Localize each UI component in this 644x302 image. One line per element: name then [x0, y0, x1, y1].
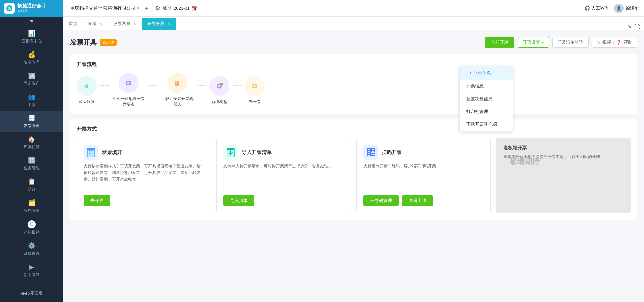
method-import-btn[interactable]: 导入清单: [223, 195, 254, 206]
svg-rect-6: [126, 81, 131, 85]
dropdown-printer-label: 打印机管理: [466, 109, 488, 114]
method-manual-icon: [84, 145, 98, 160]
sidebar-item-cloud-report[interactable]: 📊 云报表中心: [0, 26, 63, 47]
dropdown-invoice-info-label: 开票信息: [466, 83, 484, 88]
tab-close-all-icon[interactable]: ✕: [628, 24, 632, 30]
tab-bar: 首页 发票 ✕ 发票测算 ✕ 发票开具 ✕ ✕ ⛶: [63, 17, 644, 30]
page-header: 发票开具 待开通 立即开通 开票设置 ▾ 异常清单查询: [70, 37, 637, 48]
step-5: 去开票: [245, 76, 265, 105]
method-manual-desc: 支持按照发票样式手工填开发票；可开具增值税电子普通发票、增值税普通发票、增值税专…: [84, 163, 204, 190]
calendar-icon[interactable]: 📅: [192, 6, 198, 11]
settings-btn-wrapper: 开票设置 ▾: [518, 37, 549, 48]
content-area: 首页 发票 ✕ 发票测算 ✕ 发票开具 ✕ ✕ ⛶: [63, 17, 644, 302]
process-title: 开票流程: [77, 61, 631, 68]
collapse-label: 取消固定: [27, 290, 43, 296]
method-qr-btn1[interactable]: 开票码管理: [363, 195, 399, 206]
method-manual-fill: 发票填开 支持按照发票样式手工填开发票；可开具增值税电子普通发票、增值税普通发票…: [77, 138, 211, 213]
settings-icon[interactable]: ⚙: [155, 5, 160, 12]
step-1-icon: [77, 76, 97, 96]
logo-subtitle: 旗舰版: [17, 9, 46, 13]
play-icon: ▷: [597, 40, 600, 45]
method-qr-icon: [363, 145, 378, 160]
human-consult-btn[interactable]: 🎧 人工咨询: [585, 5, 609, 11]
sidebar-item-salary[interactable]: 👥 工资: [0, 90, 63, 111]
dropdown-company-info-label: 企业信息: [474, 71, 491, 76]
logo-title: 畅捷通好会计: [17, 3, 46, 9]
sidebar-item-capital[interactable]: 💰 资金管理: [0, 47, 63, 69]
sidebar-item-archive[interactable]: 🗂️ 归档管理: [0, 196, 63, 217]
dropdown-item-invoice-info[interactable]: 开票信息: [460, 80, 513, 92]
tab-invoice[interactable]: 发票 ✕: [83, 18, 108, 30]
status-badge: 待开通: [100, 39, 117, 46]
tab-invoice-close[interactable]: ✕: [99, 22, 102, 26]
step-3-label: 下载并安装开票机器人: [161, 96, 194, 107]
fixed-asset-icon: 🏢: [28, 72, 35, 79]
sidebar-item-invoice-mgmt[interactable]: 🧾 发票管理: [0, 111, 63, 132]
tab-invoice-open[interactable]: 发票开具 ✕: [142, 18, 176, 30]
step-1-label: 购买服务: [79, 99, 95, 105]
sidebar-item-fixed-asset[interactable]: 🏢 固定资产: [0, 69, 63, 90]
method-qr-title: 扫码开票: [382, 149, 402, 156]
main-area: 📊 云报表中心 💰 资金管理 🏢 固定资产 👥 工资 🧾 发票管理: [0, 17, 644, 302]
dropdown-download-label: 下载开票客户端: [466, 122, 497, 127]
help-btn[interactable]: ▷ 视频 | ❓ 帮助: [592, 37, 637, 48]
dropdown-item-company-info[interactable]: → 企业信息: [460, 66, 513, 80]
sidebar-item-inventory[interactable]: 🏠 库存核算: [0, 132, 63, 153]
username: 徐泽华: [626, 5, 639, 11]
tab-invoice-test-close[interactable]: ✕: [133, 22, 136, 26]
cloud-report-icon: 📊: [28, 30, 35, 37]
tab-invoice-open-close[interactable]: ✕: [167, 22, 170, 26]
sidebar-item-settlement[interactable]: 📋 结账: [0, 175, 63, 196]
dropdown-item-tax-disk[interactable]: 配置税盘信息: [460, 92, 513, 105]
process-section: 开票流程: [70, 54, 637, 114]
tab-home[interactable]: 首页: [63, 18, 83, 30]
xiaochang-icon: C: [28, 220, 36, 228]
method-boss-invoice: 老板端开票 查看老板端小程序提交的开票申请，并作出相应的处理。 敬请期待: [496, 138, 631, 213]
sidebar-label-archive: 归档管理: [24, 208, 40, 214]
methods-section: 开票方式: [70, 119, 637, 220]
abnormal-btn[interactable]: 异常清单查询: [552, 37, 589, 48]
tab-invoice-label: 发票: [88, 21, 97, 27]
settings-btn-label: 开票设置: [523, 39, 540, 45]
step-4-icon: 税 +: [209, 76, 229, 96]
step-5-icon: [245, 76, 265, 96]
tab-invoice-test-label: 发票测算: [113, 21, 131, 27]
page-title: 发票开具: [70, 38, 97, 47]
method-manual-btn[interactable]: 去开票: [84, 195, 110, 206]
step-4-label: 新增税盘: [211, 99, 227, 105]
boss-invoice-title: 老板端开票: [503, 145, 624, 151]
sidebar-item-settings[interactable]: ⚙️ 基础设置: [0, 239, 63, 260]
sidebar-item-tax[interactable]: 🔢 税务管理: [0, 153, 63, 175]
dropdown-item-download-client[interactable]: 下载开票客户端: [460, 118, 513, 131]
step-2: 企业开通配置开票六要素: [112, 73, 145, 107]
method-qr-btns: 开票码管理 查看申请: [363, 195, 484, 206]
tax-icon: 🔢: [28, 157, 35, 164]
page-content: 发票开具 待开通 立即开通 开票设置 ▾ 异常清单查询: [63, 30, 644, 302]
sidebar-bottom: ◀◀ 取消固定: [0, 284, 63, 302]
collapse-icon: ◀◀: [20, 291, 27, 296]
sidebar-item-guide[interactable]: ▶ 新手引导: [0, 260, 63, 281]
svg-rect-11: [176, 82, 177, 83]
activate-btn[interactable]: 立即开通: [485, 37, 514, 48]
settings-btn[interactable]: 开票设置 ▾: [518, 37, 549, 48]
dropdown-item-printer[interactable]: 打印机管理: [460, 105, 513, 118]
method-import-title: 导入开票清单: [242, 149, 272, 156]
svg-rect-33: [368, 150, 370, 151]
user-info[interactable]: 👤 徐泽华: [614, 4, 639, 13]
method-qr-btn2[interactable]: 查看申请: [402, 195, 433, 206]
methods-title: 开票方式: [77, 126, 631, 133]
company-selector[interactable]: 重庆畅捷交通信息咨询有限公司 ▾: [70, 5, 139, 11]
svg-rect-28: [87, 148, 95, 150]
video-label: 视频: [602, 39, 611, 45]
app-container: 畅捷通好会计 旗舰版 重庆畅捷交通信息咨询有限公司 ▾ ＋ ⚙ 账期 2023-…: [0, 0, 644, 302]
collapse-button[interactable]: ◀◀ 取消固定: [0, 288, 63, 299]
logo-text-area: 畅捷通好会计 旗舰版: [17, 3, 46, 13]
method-qr-invoice: 扫码开票 支持定制开票二维码，客户端可扫码开票 开票码管理 查看申请: [356, 138, 491, 213]
tab-expand-icon[interactable]: ⛶: [635, 24, 640, 30]
sidebar-label-tax: 税务管理: [24, 165, 40, 171]
sidebar-item-xiaochang[interactable]: C 小畅报销: [0, 217, 63, 239]
question-icon: ❓: [616, 40, 621, 45]
add-button[interactable]: ＋: [143, 4, 149, 12]
tab-invoice-test[interactable]: 发票测算 ✕: [108, 18, 142, 30]
step-connector-2: [145, 85, 161, 96]
